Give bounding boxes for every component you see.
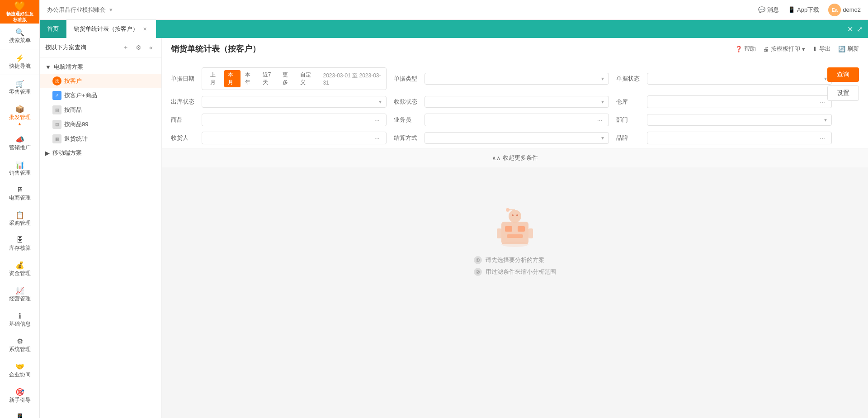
sidebar-label-search: 搜索菜单 xyxy=(9,37,31,44)
tab-close-button[interactable]: ✕ xyxy=(141,25,148,33)
product-ellipsis[interactable]: ··· xyxy=(373,116,382,124)
export-button[interactable]: ⬇ 导出 xyxy=(812,45,831,53)
date-tab-custom[interactable]: 自定义 xyxy=(297,70,318,87)
warehouse-ellipsis[interactable]: ··· xyxy=(818,98,827,105)
print-button[interactable]: 🖨 按模板打印 ▾ xyxy=(763,45,805,53)
svg-point-5 xyxy=(509,210,521,223)
sidebar-item-ecommerce[interactable]: 🖥 电商管理 xyxy=(0,181,40,206)
tree-item-product99[interactable]: ▤ 按商品99 xyxy=(40,117,161,132)
basicinfo-icon: ℹ xyxy=(19,312,21,320)
sidebar-item-wholesale[interactable]: 📦 批发管理 ▲ xyxy=(0,100,40,131)
out-status-select[interactable]: ▾ xyxy=(202,96,387,108)
salesperson-select[interactable]: ··· xyxy=(425,114,609,126)
logo-sub: 标准版 xyxy=(13,17,27,23)
user-menu[interactable]: Ea demo2 xyxy=(828,4,861,16)
tree-item-returns[interactable]: ▦ 退货统计 xyxy=(40,132,161,146)
app-download-button[interactable]: 📱 App下载 xyxy=(788,6,819,14)
date-tab-last7days[interactable]: 近7天 xyxy=(259,70,278,87)
warehouse-select[interactable]: ··· xyxy=(647,95,832,108)
logo-icon: 🧡 xyxy=(14,0,25,11)
date-tab-lastmonth[interactable]: 上月 xyxy=(207,70,223,87)
refresh-icon: 🔄 xyxy=(838,46,845,52)
product-select[interactable]: ··· xyxy=(202,114,387,126)
query-button[interactable]: 查询 xyxy=(827,67,859,82)
tab-close-all-button[interactable]: ✕ xyxy=(847,25,853,33)
sales-stats-tab-label: 销货单统计表（按客户） xyxy=(74,25,138,33)
filter-body: 单据日期 上月 本月 本年 近7天 更多 自定义 20 xyxy=(171,67,832,144)
tree-item-by-product[interactable]: ▤ 按商品 xyxy=(40,103,161,117)
sidebar-label-system: 系统管理 xyxy=(9,346,31,353)
sidebar-item-finance[interactable]: 💰 资金管理 xyxy=(0,256,40,282)
payment-status-select[interactable]: ▾ xyxy=(425,96,609,108)
doc-status-select[interactable]: ▾ xyxy=(647,73,832,85)
tree-item-customer-product[interactable]: ↗ 按客户+商品 xyxy=(40,88,161,103)
message-button[interactable]: 💬 消息 xyxy=(758,6,779,14)
sidebar-item-sales[interactable]: 📊 销售管理 xyxy=(0,156,40,181)
tab-expand-button[interactable]: ⤢ xyxy=(857,25,863,33)
settings-scheme-button[interactable]: ⚙ xyxy=(133,43,143,52)
sidebar-item-cooperation[interactable]: 🤝 企业协同 xyxy=(0,358,40,383)
collapse-label: 收起更多条件 xyxy=(503,154,538,162)
salesperson-ellipsis[interactable]: ··· xyxy=(595,116,604,124)
filter-warehouse: 仓库 ··· xyxy=(616,95,832,108)
empty-tip-2: ② 用过滤条件来缩小分析范围 xyxy=(474,268,556,276)
customer-product-icon: ↗ xyxy=(52,91,61,100)
date-tab-thismonth[interactable]: 本月 xyxy=(224,70,241,87)
sidebar-item-retail[interactable]: 🛒 零售管理 xyxy=(0,75,40,100)
tab-sales-stats[interactable]: 销货单统计表（按客户） ✕ xyxy=(66,20,156,38)
sidebar-item-inventory[interactable]: 🗄 库存核算 xyxy=(0,232,40,256)
doc-type-select[interactable]: ▾ xyxy=(425,73,609,85)
department-select[interactable]: ▾ xyxy=(647,114,832,126)
tree-item-by-customer[interactable]: 按 按客户 xyxy=(40,74,161,88)
sidebar-label-business: 经营管理 xyxy=(9,295,31,303)
settings-icon: ⚙ xyxy=(136,44,142,51)
receiver-select[interactable]: ··· xyxy=(202,132,387,144)
refresh-button[interactable]: 🔄 刷新 xyxy=(838,45,859,53)
receiver-ellipsis[interactable]: ··· xyxy=(373,134,382,142)
date-tab-more[interactable]: 更多 xyxy=(279,70,296,87)
help-button[interactable]: ❓ 帮助 xyxy=(735,45,756,53)
empty-tip-2-text: 用过滤条件来缩小分析范围 xyxy=(486,268,556,276)
tree-group-desktop-header[interactable]: ▼ 电脑端方案 xyxy=(40,60,161,74)
industry-dropdown-icon[interactable]: ▾ xyxy=(109,6,113,13)
avatar: Ea xyxy=(828,4,841,16)
sidebar-item-business[interactable]: 📈 经营管理 xyxy=(0,282,40,307)
receiver-label: 收货人 xyxy=(171,134,198,142)
brand-ellipsis[interactable]: ··· xyxy=(818,134,827,142)
date-tab-thisyear[interactable]: 本年 xyxy=(241,70,258,87)
marketing-icon: 📣 xyxy=(15,135,24,144)
filter-row-1: 单据日期 上月 本月 本年 近7天 更多 自定义 20 xyxy=(171,67,832,90)
settings-button[interactable]: 设置 xyxy=(827,86,859,101)
sidebar-item-quicknav[interactable]: ⚡ 快捷导航 xyxy=(0,49,40,75)
sidebar-item-search[interactable]: 🔍 搜索菜单 xyxy=(0,24,40,49)
sidebar-item-marketing[interactable]: 📣 营销推广 xyxy=(0,131,40,156)
collapse-button[interactable]: ∧∧ 收起更多条件 xyxy=(485,152,545,164)
sidebar-item-appcenter[interactable]: 📱 应用中心 xyxy=(0,408,40,418)
svg-rect-3 xyxy=(518,226,525,232)
date-control[interactable]: 上月 本月 本年 近7天 更多 自定义 2023-03-01 至 2023-03… xyxy=(202,67,387,90)
payment-status-arrow: ▾ xyxy=(601,99,604,105)
warehouse-label: 仓库 xyxy=(616,98,643,106)
export-icon: ⬇ xyxy=(812,46,817,52)
sidebar-item-newuser[interactable]: 🎯 新手引导 xyxy=(0,383,40,408)
sidebar-label-purchase: 采购管理 xyxy=(9,219,31,227)
tab-home[interactable]: 首页 xyxy=(40,20,66,38)
action-buttons: 查询 设置 xyxy=(827,67,859,101)
tree-group-desktop: ▼ 电脑端方案 按 按客户 ↗ 按客户+商品 xyxy=(40,60,161,146)
svg-point-11 xyxy=(506,208,509,212)
download-icon: 📱 xyxy=(788,6,795,13)
tree-group-mobile-header[interactable]: ▶ 移动端方案 xyxy=(40,146,161,160)
sidebar-item-purchase[interactable]: 📋 采购管理 xyxy=(0,206,40,232)
system-icon: ⚙ xyxy=(17,337,23,346)
add-icon: + xyxy=(124,44,127,51)
svg-rect-2 xyxy=(505,226,512,232)
sidebar-item-basicinfo[interactable]: ℹ 基础信息 xyxy=(0,307,40,332)
sidebar-item-system[interactable]: ⚙ 系统管理 xyxy=(0,332,40,358)
settlement-select[interactable]: ▾ xyxy=(425,132,609,144)
topbar-left: 办公用品行业模拟账套 ▾ xyxy=(47,6,113,14)
add-scheme-button[interactable]: + xyxy=(121,43,131,52)
settlement-label: 结算方式 xyxy=(394,134,421,142)
brand-select[interactable]: ··· xyxy=(647,132,832,144)
filter-row-4: 收货人 ··· 结算方式 ▾ xyxy=(171,132,832,144)
collapse-panel-button[interactable]: « xyxy=(146,43,156,52)
